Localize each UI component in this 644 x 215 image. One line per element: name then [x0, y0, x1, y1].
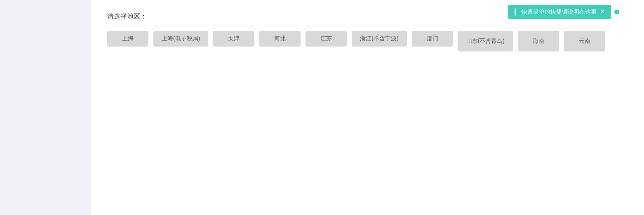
region-btn-hebei[interactable]: 河北 [259, 31, 301, 47]
tooltip-text: 快速录单的快捷键说明在这里 [522, 8, 597, 16]
region-btn-shanghai[interactable]: 上海 [107, 31, 148, 47]
region-row-2: 山东(不含青岛)海南云南 [458, 31, 605, 51]
region-btn-jiangsu[interactable]: 江苏 [306, 31, 347, 47]
region-btn-xiamen[interactable]: 厦门 [412, 31, 453, 47]
region-buttons: 上海上海(电子税局)天津河北江苏浙江(不含宁波)厦门 山东(不含青岛)海南云南 [107, 31, 628, 51]
tooltip-bubble: 快速录单的快捷键说明在这里 × [508, 5, 611, 19]
tooltip-close-button[interactable]: × [601, 9, 604, 15]
region-btn-yunnan[interactable]: 云南 [564, 31, 605, 51]
region-btn-zhejiang[interactable]: 浙江(不含宁波) [352, 31, 407, 47]
tooltip-container: 快速录单的快捷键说明在这里 × [508, 5, 619, 19]
region-btn-shandong[interactable]: 山东(不含青岛) [458, 31, 513, 51]
main-content: 请选择地区： 上海上海(电子税局)天津河北江苏浙江(不含宁波)厦门 山东(不含青… [91, 0, 644, 215]
tooltip-dot [614, 9, 619, 14]
region-btn-shanghai-etax[interactable]: 上海(电子税局) [153, 31, 208, 47]
region-btn-tianjin[interactable]: 天津 [213, 31, 254, 47]
region-row-1: 上海上海(电子税局)天津河北江苏浙江(不含宁波)厦门 [107, 31, 453, 47]
region-btn-hainan[interactable]: 海南 [518, 31, 559, 51]
sidebar [0, 0, 91, 215]
